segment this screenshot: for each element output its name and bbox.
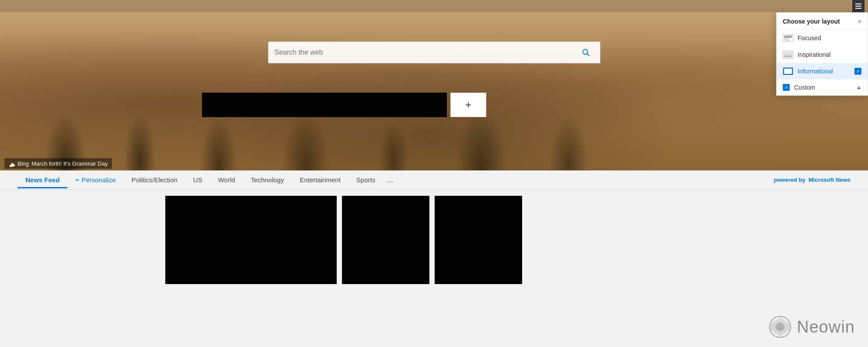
search-input[interactable]	[275, 49, 578, 56]
focused-label: Focused	[798, 35, 861, 42]
custom-chevron-icon: ▲	[856, 84, 861, 90]
informational-check: ✓	[854, 68, 861, 75]
search-container	[268, 42, 600, 63]
news-card-2[interactable]	[342, 196, 429, 284]
layout-panel-header: Choose your layout ×	[777, 13, 868, 30]
svg-rect-6	[784, 38, 788, 39]
focused-icon	[783, 34, 793, 42]
tab-entertainment[interactable]: Entertainment	[292, 172, 348, 188]
layout-option-focused[interactable]: Focused	[777, 30, 868, 46]
custom-label: Custom	[794, 84, 852, 91]
tab-technology[interactable]: Technology	[243, 172, 292, 188]
neowin-brand: Neowin	[797, 318, 855, 337]
layout-option-inspirational[interactable]: Inspirational	[777, 46, 868, 63]
tab-news-feed[interactable]: News Feed	[17, 172, 67, 188]
neowin-watermark: Neowin	[769, 316, 855, 338]
svg-rect-13	[789, 72, 791, 73]
svg-rect-11	[784, 69, 788, 73]
tab-more[interactable]: ...	[383, 171, 397, 189]
layout-panel-title: Choose your layout	[783, 18, 840, 25]
bing-attribution: Bing March forth! It's Grammar Day	[4, 158, 112, 169]
hero-caption: March forth! It's Grammar Day	[31, 160, 108, 167]
informational-icon	[783, 67, 793, 75]
tab-personalize[interactable]: Personalize	[67, 172, 123, 188]
microsoft-news-brand: Microsoft News	[809, 177, 851, 183]
top-bar	[0, 0, 868, 12]
layout-close-button[interactable]: ×	[858, 18, 861, 24]
news-card-1[interactable]	[165, 196, 337, 284]
layout-panel: Choose your layout × Focused Inspiration…	[776, 12, 868, 96]
powered-by: powered by Microsoft News	[774, 177, 851, 183]
news-nav: News Feed Personalize Politics/Election …	[0, 170, 868, 190]
layout-option-informational[interactable]: Informational ✓	[777, 63, 868, 80]
hero-background	[0, 0, 868, 170]
svg-rect-7	[784, 40, 790, 41]
inspirational-label: Inspirational	[798, 51, 861, 58]
tab-politics[interactable]: Politics/Election	[124, 172, 185, 188]
tab-sports[interactable]: Sports	[349, 172, 383, 188]
news-cards	[0, 190, 868, 290]
svg-point-4	[776, 323, 784, 331]
svg-rect-5	[784, 35, 792, 38]
custom-check-icon: ✓	[783, 84, 790, 91]
add-button[interactable]: +	[450, 93, 486, 117]
search-box	[268, 42, 600, 63]
news-card-3[interactable]	[435, 196, 522, 284]
informational-label: Informational	[798, 68, 850, 75]
svg-rect-12	[789, 69, 791, 71]
news-section: News Feed Personalize Politics/Election …	[0, 170, 868, 347]
svg-line-1	[587, 54, 589, 56]
svg-rect-9	[784, 56, 792, 57]
svg-marker-2	[10, 160, 15, 167]
tab-world[interactable]: World	[210, 172, 243, 188]
redacted-bar	[202, 93, 447, 117]
svg-rect-10	[784, 68, 792, 74]
bing-logo: Bing	[9, 160, 29, 167]
layout-option-custom[interactable]: ✓ Custom ▲	[777, 80, 868, 95]
bing-label: Bing	[17, 160, 29, 167]
menu-button[interactable]	[852, 0, 865, 12]
neowin-logo-icon	[769, 316, 791, 338]
tab-us[interactable]: US	[185, 172, 210, 188]
inspirational-icon	[783, 51, 793, 59]
search-button[interactable]	[578, 45, 594, 60]
